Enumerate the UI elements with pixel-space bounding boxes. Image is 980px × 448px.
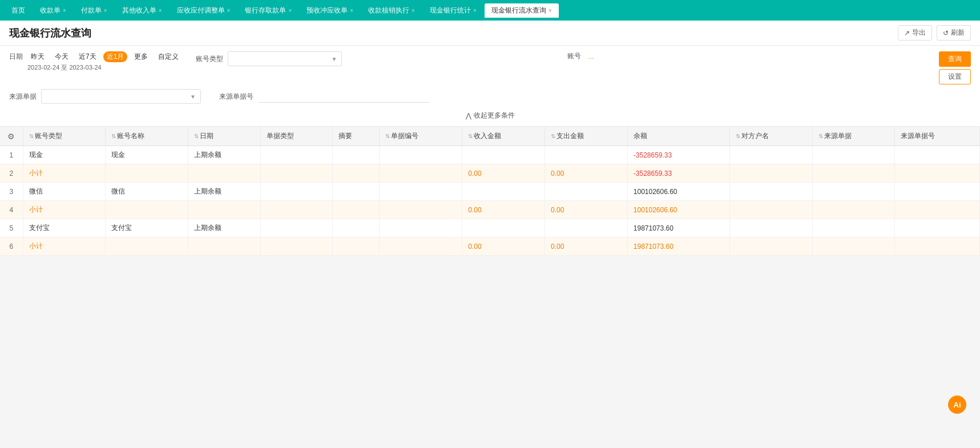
table-cell-11 — [812, 201, 895, 219]
table-cell-11 — [812, 237, 895, 256]
close-tab-icon[interactable]: × — [63, 7, 66, 14]
table-cell-6 — [380, 164, 462, 183]
source-doc-group: 来源单据 ▼ — [9, 89, 201, 104]
table-cell-10 — [729, 146, 812, 164]
column-header-8[interactable]: ⇅支出金额 — [545, 127, 628, 146]
table-cell-1: 微信 — [23, 183, 106, 201]
sort-icon: ⇅ — [551, 133, 555, 139]
close-tab-icon[interactable]: × — [159, 7, 162, 14]
btn-group-right: 查询 设置 — [939, 51, 971, 84]
sort-icon: ⇅ — [194, 133, 199, 139]
close-tab-icon[interactable]: × — [412, 7, 415, 14]
table-cell-3: 上期余额 — [188, 146, 260, 164]
table-cell-4 — [260, 164, 332, 183]
column-header-7[interactable]: ⇅收入金额 — [462, 127, 545, 146]
table-cell-0: 1 — [0, 146, 23, 164]
table-cell-1: 小计 — [23, 164, 106, 183]
column-header-11[interactable]: ⇅来源单据 — [812, 127, 895, 146]
table-cell-8 — [545, 146, 628, 164]
table-cell-1: 小计 — [23, 201, 106, 219]
top-navigation: 首页收款单×付款单×其他收入单×应收应付调整单×银行存取款单×预收冲应收单×收款… — [0, 0, 980, 21]
nav-tab-付款单[interactable]: 付款单× — [74, 3, 114, 18]
table-cell-5 — [332, 219, 379, 237]
source-doc-no-group: 来源单据号 — [219, 91, 429, 103]
table-settings-icon[interactable]: ⚙ — [7, 132, 15, 141]
nav-tab-银行存取款单[interactable]: 银行存取款单× — [238, 3, 299, 18]
account-type-select[interactable]: ▼ — [228, 51, 342, 66]
table-row: 3微信微信上期余额100102606.60 — [0, 183, 980, 201]
date-range: 2023-02-24 至 2023-03-24 — [27, 64, 102, 71]
close-tab-icon[interactable]: × — [227, 7, 231, 14]
nav-tab-预收冲应收单[interactable]: 预收冲应收单× — [300, 3, 360, 18]
refresh-icon: ↺ — [943, 29, 949, 37]
filter-row-1: 日期 昨天今天近7天近1月更多自定义 2023-02-24 至 2023-03-… — [9, 51, 971, 84]
table-cell-5 — [332, 164, 379, 183]
source-doc-select[interactable]: ▼ — [41, 89, 201, 104]
table-cell-3: 上期余额 — [188, 183, 260, 201]
table-cell-9: -3528659.33 — [627, 146, 729, 164]
nav-tab-其他收入单[interactable]: 其他收入单× — [115, 3, 169, 18]
nav-tab-现金银行流水查询[interactable]: 现金银行流水查询× — [485, 3, 559, 18]
nav-tab-收款单[interactable]: 收款单× — [33, 3, 73, 18]
close-tab-icon[interactable]: × — [288, 7, 292, 14]
table-cell-4 — [260, 146, 332, 164]
sort-icon: ⇅ — [468, 133, 473, 139]
close-tab-icon[interactable]: × — [549, 7, 552, 14]
column-header-6[interactable]: ⇅单据编号 — [380, 127, 462, 146]
table-cell-3 — [188, 201, 260, 219]
date-shortcut-今天[interactable]: 今天 — [51, 51, 72, 62]
date-shortcut-近1月[interactable]: 近1月 — [103, 51, 128, 62]
table-cell-9: 100102606.60 — [627, 201, 729, 219]
nav-tab-首页[interactable]: 首页 — [5, 3, 32, 18]
collapse-icon: ⋀ — [466, 112, 471, 120]
close-tab-icon[interactable]: × — [473, 7, 477, 14]
table-cell-11 — [812, 219, 895, 237]
table-row: 2小计0.000.00-3528659.33 — [0, 164, 980, 183]
date-shortcut-近7天[interactable]: 近7天 — [75, 51, 100, 62]
collapse-bar[interactable]: ⋀ 收起更多条件 — [9, 111, 971, 120]
date-shortcut-昨天[interactable]: 昨天 — [27, 51, 48, 62]
table-cell-12 — [895, 219, 980, 237]
account-type-dropdown-icon: ▼ — [331, 56, 337, 62]
table-cell-6 — [380, 237, 462, 256]
column-header-3[interactable]: ⇅日期 — [188, 127, 260, 146]
collapse-label: 收起更多条件 — [474, 111, 515, 120]
settings-button[interactable]: 设置 — [939, 69, 971, 84]
table-cell-1: 现金 — [23, 146, 106, 164]
date-shortcut-更多[interactable]: 更多 — [131, 51, 151, 62]
date-shortcut-自定义[interactable]: 自定义 — [155, 51, 182, 62]
table-container: ⚙⇅账号类型⇅账号名称⇅日期单据类型摘要⇅单据编号⇅收入金额⇅支出金额余额⇅对方… — [0, 127, 980, 256]
column-header-2[interactable]: ⇅账号名称 — [106, 127, 188, 146]
column-header-1[interactable]: ⇅账号类型 — [23, 127, 106, 146]
nav-tab-现金银行统计[interactable]: 现金银行统计× — [423, 3, 483, 18]
filter-section: 日期 昨天今天近7天近1月更多自定义 2023-02-24 至 2023-03-… — [9, 51, 971, 120]
column-header-10[interactable]: ⇅对方户名 — [729, 127, 812, 146]
table-row: 1现金现金上期余额-3528659.33 — [0, 146, 980, 164]
table-cell-10 — [729, 237, 812, 256]
refresh-button[interactable]: ↺ 刷新 — [937, 25, 971, 41]
table-cell-1: 小计 — [23, 237, 106, 256]
table-cell-8: 0.00 — [545, 237, 628, 256]
close-tab-icon[interactable]: × — [350, 7, 353, 14]
page-title: 现金银行流水查询 — [9, 26, 91, 40]
query-button[interactable]: 查询 — [939, 51, 971, 67]
table-cell-2 — [106, 164, 188, 183]
table-cell-12 — [895, 164, 980, 183]
close-tab-icon[interactable]: × — [104, 7, 107, 14]
table-cell-2 — [106, 237, 188, 256]
sort-icon: ⇅ — [736, 133, 740, 139]
date-shortcuts: 昨天今天近7天近1月更多自定义 — [27, 51, 182, 62]
source-doc-no-input[interactable] — [258, 91, 429, 103]
table-cell-11 — [812, 164, 895, 183]
table-cell-7 — [462, 146, 545, 164]
table-cell-7 — [462, 219, 545, 237]
export-button[interactable]: ↗ 导出 — [898, 25, 932, 41]
table-cell-7: 0.00 — [462, 201, 545, 219]
nav-tab-收款核销执行[interactable]: 收款核销执行× — [361, 3, 422, 18]
source-doc-label: 来源单据 — [9, 92, 37, 102]
table-cell-1: 支付宝 — [23, 219, 106, 237]
date-label: 日期 — [9, 52, 23, 62]
table-row: 4小计0.000.00100102606.60 — [0, 201, 980, 219]
account-ellipsis-button[interactable]: ... — [586, 53, 596, 60]
nav-tab-应收应付调整单[interactable]: 应收应付调整单× — [170, 3, 237, 18]
